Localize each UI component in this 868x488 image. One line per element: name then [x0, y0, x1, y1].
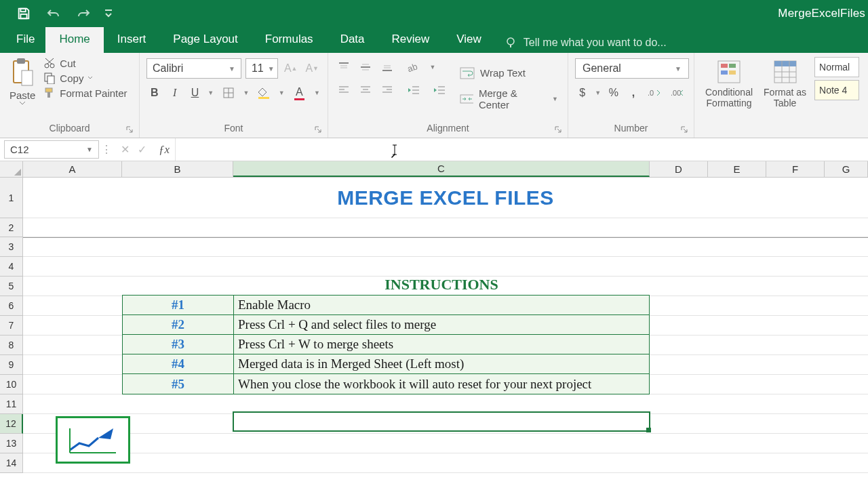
row-number: #3 — [123, 335, 234, 354]
tab-formulas[interactable]: Formulas — [252, 27, 327, 53]
row-header-13[interactable]: 13 — [0, 434, 23, 453]
conditional-formatting-label: Conditional Formatting — [705, 87, 753, 108]
redo-icon[interactable] — [73, 3, 94, 24]
row-header-4[interactable]: 4 — [0, 257, 23, 277]
save-icon[interactable] — [14, 3, 34, 24]
percent-button[interactable]: % — [606, 84, 620, 102]
cancel-icon[interactable]: ✕ — [121, 143, 130, 156]
font-name-combo[interactable]: Calibri▼ — [146, 58, 241, 79]
tab-review[interactable]: Review — [378, 27, 443, 53]
tell-me-search[interactable]: Tell me what you want to do... — [495, 33, 676, 53]
undo-icon[interactable] — [43, 3, 64, 24]
row-header-9[interactable]: 9 — [0, 355, 23, 375]
spreadsheet-grid[interactable]: A B C D E F G 1234567891011121314 MERGE … — [0, 161, 868, 473]
decrease-decimal-icon[interactable]: .00 — [669, 84, 687, 102]
font-color-button[interactable]: A — [290, 84, 309, 102]
comma-button[interactable]: , — [626, 84, 640, 102]
row-header-10[interactable]: 10 — [0, 375, 23, 394]
merge-center-button[interactable]: Merge & Center ▼ — [457, 86, 561, 112]
formula-bar[interactable] — [175, 138, 868, 161]
name-box[interactable]: C12▼ — [4, 140, 99, 159]
row-header-7[interactable]: 7 — [0, 316, 23, 336]
orientation-button[interactable]: ab — [403, 58, 425, 76]
row-header-2[interactable]: 2 — [0, 218, 23, 237]
row-header-11[interactable]: 11 — [0, 394, 23, 414]
group-label-font: Font — [145, 121, 322, 136]
font-color-dropdown-icon[interactable]: ▼ — [313, 84, 321, 102]
col-header-C[interactable]: C — [233, 161, 650, 177]
enter-icon[interactable]: ✓ — [138, 143, 146, 156]
cell-styles-gallery[interactable]: Normal Note 4 — [814, 57, 859, 100]
row-header-1[interactable]: 1 — [0, 178, 23, 218]
align-top-icon[interactable] — [335, 58, 353, 76]
align-left-icon[interactable] — [335, 81, 353, 99]
align-center-icon[interactable] — [357, 81, 374, 99]
borders-button[interactable] — [218, 84, 238, 102]
row-header-14[interactable]: 14 — [0, 453, 23, 473]
column-headers: A B C D E F G — [0, 161, 868, 178]
qat-customize-icon[interactable] — [103, 3, 114, 24]
underline-dropdown-icon[interactable]: ▼ — [207, 84, 214, 102]
group-alignment: ab ▼ Wrap Text Merge & Center ▼ — [328, 53, 568, 138]
active-cell-selection[interactable] — [233, 411, 650, 432]
conditional-formatting-button[interactable]: Conditional Formatting — [703, 57, 755, 110]
col-header-G[interactable]: G — [825, 161, 868, 177]
decrease-indent-icon[interactable] — [403, 81, 425, 99]
table-row: #2Press Crl + Q and select files to merg… — [123, 315, 649, 335]
italic-button[interactable]: I — [167, 84, 183, 102]
decrease-font-icon[interactable]: A▼ — [303, 60, 321, 77]
underline-button[interactable]: U — [187, 84, 203, 102]
dialog-launcher-icon[interactable] — [314, 125, 322, 134]
dialog-launcher-icon[interactable] — [125, 125, 134, 134]
tab-insert[interactable]: Insert — [104, 27, 160, 53]
tab-page-layout[interactable]: Page Layout — [159, 27, 251, 53]
col-header-B[interactable]: B — [122, 161, 233, 177]
row-header-3[interactable]: 3 — [0, 237, 23, 257]
increase-decimal-icon[interactable]: .0 — [646, 84, 664, 102]
tab-data[interactable]: Data — [327, 27, 378, 53]
col-header-F[interactable]: F — [766, 161, 825, 177]
increase-indent-icon[interactable] — [429, 81, 450, 99]
select-all-corner[interactable] — [0, 161, 23, 177]
format-as-table-label: Format as Table — [764, 87, 806, 108]
dialog-launcher-icon[interactable] — [554, 125, 562, 134]
row-header-5[interactable]: 5 — [0, 277, 23, 296]
col-header-A[interactable]: A — [23, 161, 122, 177]
group-label-styles — [700, 132, 863, 136]
chevron-down-icon: ▼ — [552, 96, 558, 102]
align-bottom-icon[interactable] — [378, 58, 396, 76]
svg-rect-50 — [721, 64, 728, 68]
tab-home[interactable]: Home — [45, 27, 103, 53]
number-format-combo[interactable]: General▼ — [575, 58, 689, 79]
fill-dropdown-icon[interactable]: ▼ — [278, 84, 285, 102]
font-size-combo[interactable]: 11▼ — [245, 58, 278, 79]
row-header-8[interactable]: 8 — [0, 336, 23, 355]
fill-color-button[interactable] — [254, 84, 274, 102]
row-header-6[interactable]: 6 — [0, 296, 23, 316]
wrap-text-button[interactable]: Wrap Text — [457, 66, 561, 81]
increase-font-icon[interactable]: A▲ — [282, 60, 300, 77]
col-header-E[interactable]: E — [708, 161, 766, 177]
tab-file[interactable]: File — [5, 27, 45, 53]
accounting-format-button[interactable]: $ — [575, 84, 589, 102]
align-right-icon[interactable] — [378, 81, 396, 99]
paste-button[interactable]: Paste — [5, 56, 39, 106]
borders-dropdown-icon[interactable]: ▼ — [243, 84, 250, 102]
style-note4[interactable]: Note 4 — [814, 80, 859, 100]
orientation-dropdown-icon[interactable]: ▼ — [429, 58, 437, 76]
dialog-launcher-icon[interactable] — [680, 125, 688, 134]
accounting-dropdown-icon[interactable]: ▼ — [595, 84, 601, 102]
cut-button[interactable]: Cut — [43, 57, 127, 69]
row-header-12[interactable]: 12 — [0, 414, 23, 434]
col-header-D[interactable]: D — [650, 161, 708, 177]
bold-button[interactable]: B — [146, 84, 163, 102]
divider-line — [23, 237, 868, 238]
style-normal[interactable]: Normal — [814, 57, 859, 77]
fx-icon[interactable]: ƒx — [153, 138, 175, 161]
format-as-table-button[interactable]: Format as Table — [761, 57, 809, 110]
tab-view[interactable]: View — [443, 27, 495, 53]
formula-bar-row: C12▼ ⋮ ✕ ✓ ƒx — [0, 138, 868, 161]
align-middle-icon[interactable] — [357, 58, 374, 76]
format-painter-button[interactable]: Format Painter — [43, 87, 127, 99]
copy-button[interactable]: Copy — [43, 72, 127, 84]
